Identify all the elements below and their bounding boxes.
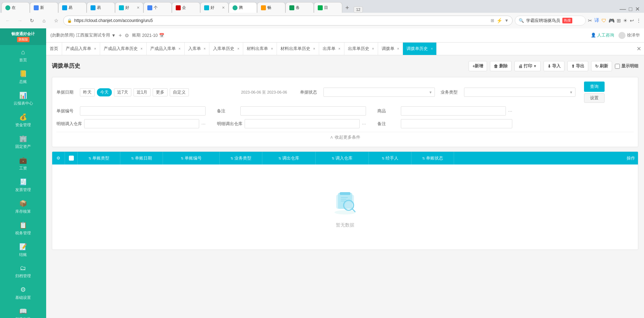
undo-icon[interactable]: ↩ [630,18,634,23]
browser-tab-2[interactable]: 易 [58,2,87,13]
refresh-browser-button[interactable]: ↻ [27,16,37,26]
user-info[interactable]: 徐泽华 [618,32,640,39]
settings-gear-icon[interactable]: ⚙ [125,33,129,38]
page-tab-inbound-history[interactable]: 产成品入库单历史 × [100,43,147,55]
from-warehouse-input[interactable] [84,119,199,128]
back-button[interactable]: ← [3,16,13,26]
browser-tab-9[interactable]: 各 [285,2,314,13]
close-stock-in-tab[interactable]: × [204,47,206,51]
sidebar-item-archive[interactable]: 🗂 归档管理 [0,261,46,282]
th-to[interactable]: ⇅ 调入仓库 [316,152,369,164]
display-checkbox[interactable] [615,64,620,69]
th-num[interactable]: ⇅ 单账编号 [163,152,220,164]
close-inbound-tab[interactable]: × [94,47,96,51]
browser-tab-system[interactable]: 在 [1,2,30,13]
th-checkbox[interactable] [65,152,78,164]
browser-tab-1[interactable]: 新 [30,2,58,13]
browser-tab-3[interactable]: 易 [87,2,115,13]
grid-icon[interactable]: ⊞ [617,18,621,23]
home-button[interactable]: ⌂ [39,16,49,26]
close-stock-out-tab[interactable]: × [338,47,340,51]
window-close[interactable]: ✕ [635,6,640,12]
new-tab-button[interactable]: + [342,3,352,13]
from-warehouse-select-btn[interactable]: ··· [201,121,206,127]
print-dropdown-icon[interactable]: ▼ [533,64,537,68]
browser-tab-8[interactable]: 畅 [257,2,285,13]
page-tab-inbound2[interactable]: 产成品入库单 × [147,43,185,55]
close-material-out-tab[interactable]: × [271,47,273,51]
close-inbound-history-tab[interactable]: × [141,47,143,51]
export-btn[interactable]: ⬆ 导出 [567,61,588,71]
game-icon[interactable]: 🎮 [608,18,615,23]
out-warehouse-select-btn[interactable]: ··· [362,121,366,127]
status-select[interactable]: ▼ [323,88,435,97]
page-tab-home[interactable]: 首页 [46,43,62,55]
page-tab-stock-out-history[interactable]: 出库单历史 × [344,43,378,55]
sidebar-item-basic[interactable]: ⚙ 基础设置 [0,282,46,304]
new-btn[interactable]: + 新增 [469,61,487,71]
page-tab-transfer[interactable]: 调拨单 × [378,43,403,55]
sidebar-item-ledger[interactable]: 📒 总账 [0,66,46,88]
th-gear[interactable]: ⚙ [52,152,65,164]
browser-tab-6[interactable]: 企 [172,2,200,13]
7days-btn[interactable]: 近7天 [114,88,131,96]
select-all-checkbox[interactable] [69,156,74,161]
note-input[interactable] [401,119,512,128]
browser-search[interactable]: 🔍 学霸应聘场驱鸟员 热搜 [515,16,586,26]
close-material-out-history-tab[interactable]: × [313,47,315,51]
1month-btn[interactable]: 近1月 [133,88,151,96]
forward-button[interactable]: → [15,16,25,26]
more-date-btn[interactable]: 更多 [153,88,168,96]
brightness-icon[interactable]: ☀ [623,18,628,23]
goods-input[interactable] [401,106,506,116]
sidebar-item-home[interactable]: ⌂ 首页 [0,45,46,66]
sidebar-item-invoice[interactable]: 🧾 发票管理 [0,174,46,196]
th-date[interactable]: ⇅ 单账日期 [120,152,163,164]
scissors-icon[interactable]: ✂ [588,18,592,23]
browser-tab-7[interactable]: 好 ✕ [200,2,229,13]
th-status[interactable]: ⇅ 单账状态 [411,152,454,164]
browser-tab-active[interactable]: 腾 [229,2,257,13]
refresh-btn[interactable]: ↻ 刷新 [591,61,612,71]
page-tab-stock-in[interactable]: 入库单 × [185,43,210,55]
th-type[interactable]: ⇅ 单账类型 [78,152,120,164]
close-stock-in-history-tab[interactable]: × [237,47,239,51]
sidebar-logo[interactable]: 畅捷通好会计 旗舰版 [0,28,46,45]
page-tab-stock-in-history[interactable]: 入库单历史 × [209,43,243,55]
browser-tab-5[interactable]: 个 [143,2,172,13]
sidebar-item-guide[interactable]: 📖 新手引导 [0,304,46,318]
sidebar-item-inventory[interactable]: 📦 库存核算 [0,196,46,218]
close-transfer-history-tab[interactable]: × [431,47,433,51]
sidebar-item-settle[interactable]: 📝 结账 [0,239,46,261]
display-toggle[interactable]: 显示明细 [615,63,638,69]
docnum-input[interactable] [80,106,206,116]
yesterday-btn[interactable]: 昨天 [80,88,95,96]
bookmark-button[interactable]: ☆ [51,16,61,26]
sidebar-item-assets[interactable]: 🏢 固定资产 [0,131,46,153]
biztype-select[interactable]: ▼ [464,88,575,97]
browser-tab-4[interactable]: 好 ✕ [115,2,143,13]
sidebar-item-capital[interactable]: 💰 资金管理 [0,110,46,131]
out-warehouse-input[interactable] [245,119,360,128]
translate-icon[interactable]: 译 [594,17,599,24]
address-expand[interactable]: ▼ [504,18,509,23]
help-button[interactable]: 👤 人工咨询 [591,32,614,38]
close-transfer-tab[interactable]: × [397,47,399,51]
more-browser-icon[interactable]: ⋮ [636,18,641,23]
shield-icon[interactable]: 🛡 [601,18,606,23]
custom-date-btn[interactable]: 自定义 [170,88,189,96]
sidebar-item-tax[interactable]: 📋 税务管理 [0,218,46,239]
page-tab-material-out[interactable]: 材料出库单 × [243,43,277,55]
add-company-btn[interactable]: + [119,32,122,39]
page-tab-inbound[interactable]: 产成品入库单 × [62,43,100,55]
page-tab-material-out-history[interactable]: 材料出库单历史 × [277,43,319,55]
remark-input[interactable] [240,106,366,116]
goods-select-btn[interactable]: ··· [508,108,512,114]
address-dropdown[interactable]: ⊞ [491,18,494,23]
import-btn[interactable]: ⬇ 导入 [544,61,564,71]
browser-tab-10[interactable]: 目 [314,2,342,13]
window-maximize[interactable]: □ [629,6,632,12]
close-all-tabs-button[interactable]: ✕ [634,45,644,52]
th-from[interactable]: ⇅ 调出仓库 [262,152,316,164]
window-minimize[interactable]: — [620,5,626,13]
